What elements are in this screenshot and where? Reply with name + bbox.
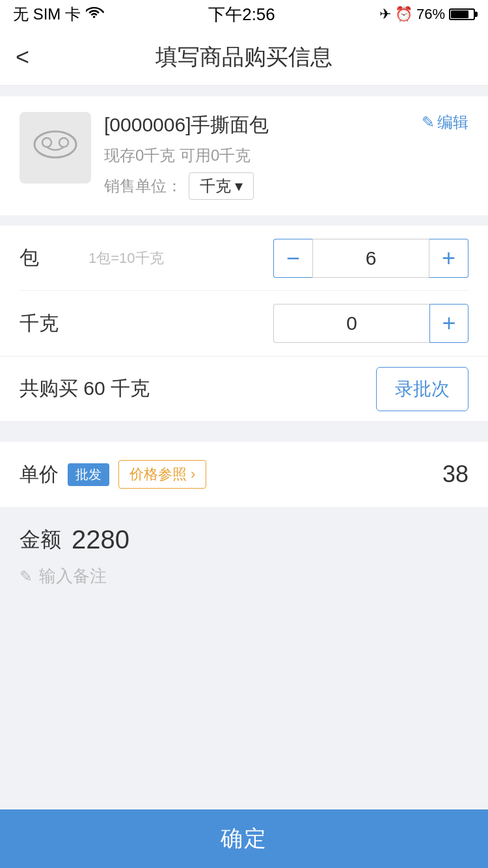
svg-point-1 [42, 138, 51, 147]
bag-hint: 1包=10千克 [88, 249, 164, 268]
bag-label: 包 [20, 245, 72, 271]
price-type-tag: 批发 [68, 463, 109, 486]
bag-input-controls: − + [273, 239, 468, 278]
product-name: [0000006]手撕面包 [104, 112, 269, 139]
product-thumbnail [20, 112, 91, 183]
dropdown-icon: ▾ [235, 177, 243, 195]
kg-input-controls: + [273, 304, 468, 343]
kg-increment-button[interactable]: + [429, 304, 468, 343]
divider-1 [0, 215, 488, 226]
carrier-text: 无 SIM 卡 [13, 4, 81, 25]
bag-decrement-button[interactable]: − [273, 239, 312, 278]
kg-label: 千克 [20, 310, 72, 337]
record-batch-button[interactable]: 录批次 [376, 367, 468, 411]
pencil-icon: ✎ [20, 567, 33, 586]
product-unit-row: 销售单位： 千克 ▾ [104, 172, 468, 200]
status-left: 无 SIM 卡 [13, 4, 104, 25]
kg-input[interactable] [273, 304, 429, 343]
price-reference-button[interactable]: 价格参照 › [118, 460, 206, 489]
edit-label: 编辑 [437, 112, 468, 133]
svg-point-0 [34, 131, 76, 157]
wifi-icon [86, 5, 104, 23]
edit-button[interactable]: ✎ 编辑 [422, 112, 468, 133]
product-info: [0000006]手撕面包 ✎ 编辑 现存0千克 可用0千克 销售单位： 千克 … [104, 112, 468, 200]
bag-input-row: 包 1包=10千克 − + [20, 226, 468, 291]
location-icon: ✈ [379, 6, 391, 23]
battery-icon [449, 8, 475, 20]
price-section: 单价 批发 价格参照 › 38 [0, 442, 488, 507]
price-value: 38 [442, 461, 468, 488]
back-button[interactable]: < [16, 44, 29, 71]
product-logo-icon [33, 128, 78, 168]
amount-section: 金额 2280 ✎ 输入备注 [0, 507, 488, 598]
divider-2 [0, 421, 488, 431]
unit-select[interactable]: 千克 ▾ [189, 172, 254, 200]
unit-value: 千克 [200, 176, 231, 197]
total-text: 共购买 60 千克 [20, 375, 376, 402]
status-time: 下午2:56 [208, 3, 275, 26]
total-row: 共购买 60 千克 录批次 [0, 356, 488, 421]
nav-bar: < 填写商品购买信息 [0, 29, 488, 86]
amount-value: 2280 [72, 525, 129, 554]
confirm-button[interactable]: 确定 [0, 809, 488, 868]
bag-increment-button[interactable]: + [429, 239, 468, 278]
unit-label: 销售单位： [104, 176, 182, 197]
product-stock: 现存0千克 可用0千克 [104, 145, 468, 166]
amount-label: 金额 [20, 526, 61, 554]
product-card: [0000006]手撕面包 ✎ 编辑 现存0千克 可用0千克 销售单位： 千克 … [0, 96, 488, 215]
empty-space [0, 598, 488, 780]
status-bar: 无 SIM 卡 下午2:56 ✈ ⏰ 76% [0, 0, 488, 29]
alarm-icon: ⏰ [395, 6, 413, 23]
svg-point-2 [59, 138, 68, 147]
price-row: 单价 批发 价格参照 › 38 [20, 460, 468, 489]
kg-input-row: 千克 + [20, 291, 468, 356]
edit-icon: ✎ [422, 113, 435, 131]
battery-percent: 76% [416, 6, 445, 23]
price-label: 单价 [20, 461, 59, 488]
page-title: 填写商品购买信息 [156, 42, 332, 72]
input-section: 包 1包=10千克 − + 千克 + [0, 226, 488, 356]
remark-row[interactable]: ✎ 输入备注 [20, 565, 468, 588]
status-right: ✈ ⏰ 76% [379, 6, 475, 23]
remark-placeholder: 输入备注 [39, 565, 107, 588]
amount-row: 金额 2280 [20, 525, 468, 554]
bag-input[interactable] [312, 239, 429, 278]
